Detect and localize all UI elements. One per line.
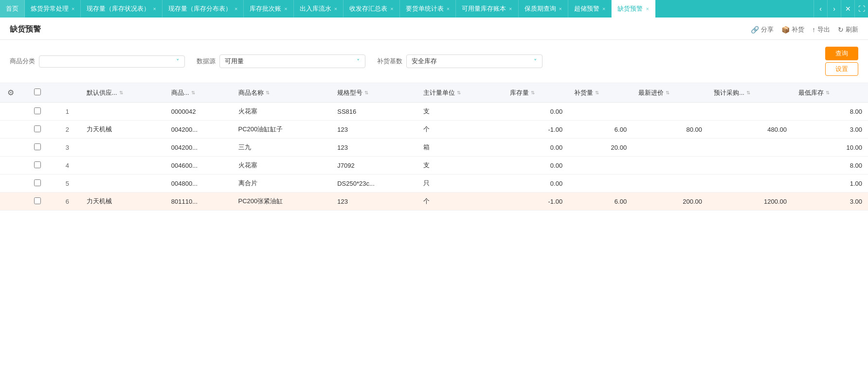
tab-label: 现存量（库存分布表） [168, 4, 232, 13]
table-header-row: ⚙ 默认供应... ⇅ 商品... [0, 83, 868, 103]
spec-sort-icon[interactable]: ⇅ [364, 90, 368, 95]
latest-price-sort-icon[interactable]: ⇅ [666, 90, 669, 95]
table-container: ⚙ 默认供应... ⇅ 商品... [0, 83, 868, 211]
tab-fullscreen-button[interactable]: ⛶ [854, 0, 868, 18]
estimated-purchase-sort-icon[interactable]: ⇅ [746, 90, 750, 95]
cell-product-code: 004800... [165, 175, 233, 193]
main-content: 缺货预警 🔗 分享 📦 补货 ↑ 导出 ↻ 刷新 商品分类 [0, 18, 868, 387]
tab-item-inout-flow[interactable]: 出入库流水× [294, 0, 344, 18]
tab-close-button[interactable]: ✕ [841, 0, 854, 18]
cell-spec: 123 [331, 193, 417, 211]
cell-supplier [81, 157, 165, 175]
tab-close-icon[interactable]: × [559, 6, 562, 12]
tab-close-icon[interactable]: × [334, 6, 337, 12]
row-checkbox[interactable] [34, 107, 41, 114]
cell-product-name: 三九 [233, 139, 332, 157]
replenish-basis-value: 安全库存 [412, 57, 437, 66]
table-row: 2力天机械004200...PC200油缸缸子123个-1.006.0080.0… [0, 121, 868, 139]
product-code-sort-icon[interactable]: ⇅ [191, 90, 195, 95]
cell-supplier [81, 103, 165, 121]
product-name-sort-icon[interactable]: ⇅ [266, 90, 270, 95]
replenish-basis-select[interactable]: 安全库存 ˅ [406, 54, 542, 68]
tab-label: 炼货异常处理 [31, 4, 69, 13]
tab-close-icon[interactable]: × [72, 6, 74, 12]
export-icon: ↑ [812, 26, 815, 34]
cell-latest-price [633, 175, 708, 193]
tab-nav-controls: ‹ › ✕ ⛶ [814, 0, 868, 18]
tab-item-available-ledger[interactable]: 可用量库存账本× [456, 0, 518, 18]
th-unit: 主计量单位 ⇅ [417, 83, 504, 103]
tab-item-inventory-dist[interactable]: 现存量（库存分布表）× [163, 0, 244, 18]
tab-bar: 首页炼货异常处理×现存量（库存状况表）×现存量（库存分布表）×库存批次账×出入库… [0, 0, 868, 18]
cell-min-stock: 10.00 [793, 139, 868, 157]
share-button[interactable]: 🔗 分享 [751, 25, 774, 34]
tab-close-icon[interactable]: × [284, 6, 287, 12]
cell-latest-price: 80.00 [633, 121, 708, 139]
cell-supplier [81, 175, 165, 193]
tab-close-icon[interactable]: × [646, 6, 649, 12]
tab-item-overstock[interactable]: 超储预警× [568, 0, 612, 18]
cell-estimated-purchase [708, 157, 793, 175]
cell-product-name: PC200油缸缸子 [233, 121, 332, 139]
cell-supplier: 力天机械 [81, 193, 165, 211]
tab-label: 可用量库存账本 [462, 4, 506, 13]
tab-close-icon[interactable]: × [602, 6, 605, 12]
row-seq: 2 [54, 121, 81, 139]
cell-product-code: 004200... [165, 139, 233, 157]
column-settings-icon[interactable]: ⚙ [7, 88, 14, 97]
tab-item-batch-account[interactable]: 库存批次账× [244, 0, 293, 18]
tab-next-button[interactable]: › [827, 0, 841, 18]
tab-label: 缺货预警 [617, 4, 643, 13]
cell-latest-price [633, 103, 708, 121]
tab-item-home[interactable]: 首页 [0, 0, 25, 18]
category-select[interactable]: ˅ [39, 55, 185, 68]
replenish-qty-sort-icon[interactable]: ⇅ [595, 90, 599, 95]
cell-latest-price [633, 139, 708, 157]
tab-close-icon[interactable]: × [390, 6, 393, 12]
tab-close-icon[interactable]: × [447, 6, 450, 12]
query-button[interactable]: 查询 [825, 47, 858, 60]
row-checkbox[interactable] [34, 143, 41, 150]
tab-close-icon[interactable]: × [235, 6, 237, 12]
tab-close-icon[interactable]: × [153, 6, 156, 12]
cell-stock: 0.00 [504, 139, 568, 157]
tab-item-order-stats[interactable]: 要货单统计表× [400, 0, 456, 18]
datasource-select[interactable]: 可用量 ˅ [219, 54, 365, 68]
cell-unit: 支 [417, 157, 504, 175]
cell-stock: 0.00 [504, 157, 568, 175]
cell-unit: 个 [417, 193, 504, 211]
tab-close-icon[interactable]: × [509, 6, 512, 12]
select-all-checkbox[interactable] [34, 88, 41, 95]
cell-replenish-qty: 6.00 [568, 193, 633, 211]
cell-stock: 0.00 [504, 175, 568, 193]
refresh-button[interactable]: ↻ 刷新 [838, 25, 858, 34]
tab-item-shortage[interactable]: 缺货预警× [612, 0, 655, 18]
tab-item-collection-summary[interactable]: 收发存汇总表× [344, 0, 399, 18]
refresh-icon: ↻ [838, 26, 844, 34]
th-checkbox [21, 83, 54, 103]
export-button[interactable]: ↑ 导出 [812, 25, 830, 34]
stock-sort-icon[interactable]: ⇅ [531, 90, 535, 95]
row-checkbox[interactable] [34, 161, 41, 168]
table-row: 10000042火花塞SS816支0.008.00 [0, 103, 868, 121]
row-checkbox[interactable] [34, 179, 41, 186]
tab-prev-button[interactable]: ‹ [814, 0, 827, 18]
cell-spec: DS250*23c... [331, 175, 417, 193]
replenish-button[interactable]: 📦 补货 [781, 25, 804, 34]
row-checkbox[interactable] [34, 197, 41, 204]
cell-product-code: 004200... [165, 121, 233, 139]
tab-item-inventory-status[interactable]: 现存量（库存状况表）× [81, 0, 162, 18]
datasource-label: 数据源 [197, 57, 216, 66]
settings-button[interactable]: 设置 [825, 62, 858, 76]
th-spec: 规格型号 ⇅ [331, 83, 417, 103]
min-stock-sort-icon[interactable]: ⇅ [826, 90, 830, 95]
tab-item-abnormal[interactable]: 炼货异常处理× [25, 0, 81, 18]
cell-product-name: 火花塞 [233, 103, 332, 121]
row-checkbox[interactable] [34, 125, 41, 132]
supplier-sort-icon[interactable]: ⇅ [119, 90, 123, 95]
datasource-value: 可用量 [225, 57, 244, 66]
replenish-basis-filter-group: 补货基数 安全库存 ˅ [377, 54, 542, 68]
cell-unit: 只 [417, 175, 504, 193]
tab-item-expiry-query[interactable]: 保质期查询× [519, 0, 568, 18]
unit-sort-icon[interactable]: ⇅ [457, 90, 461, 95]
